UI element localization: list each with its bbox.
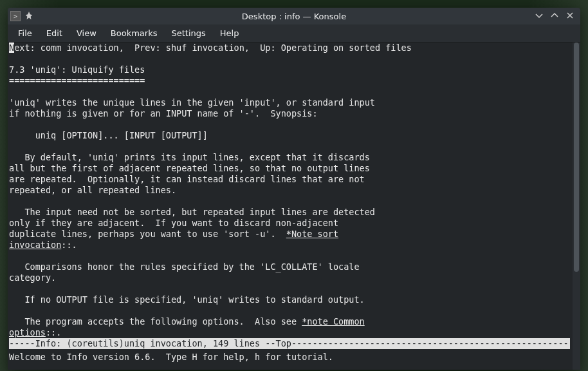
text-line: The input need not be sorted, but repeat… (9, 207, 375, 217)
text-line: 'uniq' writes the unique lines in the gi… (9, 97, 375, 108)
scrollbar[interactable] (573, 43, 580, 370)
close-button[interactable] (566, 12, 574, 21)
text-line: if nothing is given or for an INPUT name… (9, 108, 318, 119)
window-controls (526, 12, 578, 21)
pin-icon[interactable] (24, 11, 33, 22)
text-line: The program accepts the following option… (9, 316, 302, 327)
menubar: File Edit View Bookmarks Settings Help (8, 24, 580, 43)
text-line: all but the first of adjacent repeated l… (9, 163, 370, 173)
text-line: If no OUTPUT file is specified, 'uniq' w… (9, 294, 365, 305)
scrollbar-thumb[interactable] (574, 43, 579, 272)
menu-view[interactable]: View (70, 26, 103, 41)
text-line: are repeated. Optionally, it can instead… (9, 174, 365, 184)
text-line: By default, 'uniq' prints its input line… (9, 152, 370, 162)
menu-settings[interactable]: Settings (165, 26, 212, 41)
maximize-button[interactable] (551, 12, 558, 21)
menu-help[interactable]: Help (214, 26, 246, 41)
cursor: N (9, 43, 14, 53)
titlebar[interactable]: Desktop : info — Konsole (8, 8, 580, 24)
info-link-sort-cont[interactable]: invocation (9, 240, 61, 250)
text-line: ::. (46, 327, 61, 338)
app-icon (10, 11, 21, 21)
synopsis-line: uniq [OPTION]... [INPUT [OUTPUT]] (9, 130, 208, 140)
text-line: repeated, or all repeated lines. (9, 185, 176, 195)
nav-line: ext: comm invocation, Prev: shuf invocat… (14, 43, 412, 53)
welcome-line: Welcome to Info version 6.6. Type H for … (9, 352, 333, 362)
info-status-line: -----Info: (coreutils)uniq invocation, 1… (9, 338, 570, 349)
text-line: Comparisons honor the rules specified by… (9, 262, 360, 272)
titlebar-left (10, 11, 62, 22)
konsole-window: Desktop : info — Konsole File Edit View … (8, 8, 580, 370)
menu-file[interactable]: File (12, 26, 39, 41)
terminal[interactable]: Next: comm invocation, Prev: shuf invoca… (8, 43, 573, 370)
minimize-button[interactable] (535, 12, 543, 21)
text-line: ::. (61, 240, 77, 250)
info-link-common-cont[interactable]: options (9, 327, 46, 338)
info-link-common[interactable]: *note Common (302, 316, 365, 327)
section-underline: ========================== (9, 75, 145, 86)
window-title: Desktop : info — Konsole (62, 12, 526, 21)
menu-bookmarks[interactable]: Bookmarks (104, 26, 164, 41)
text-line: only if they are adjacent. If you want t… (9, 218, 338, 228)
terminal-area: Next: comm invocation, Prev: shuf invoca… (8, 43, 580, 370)
section-heading: 7.3 'uniq': Uniquify files (9, 64, 145, 75)
info-link-sort[interactable]: *Note sort (286, 229, 338, 239)
menu-edit[interactable]: Edit (40, 26, 69, 41)
text-line: duplicate lines, perhaps you want to use… (9, 229, 286, 239)
text-line: category. (9, 272, 56, 283)
